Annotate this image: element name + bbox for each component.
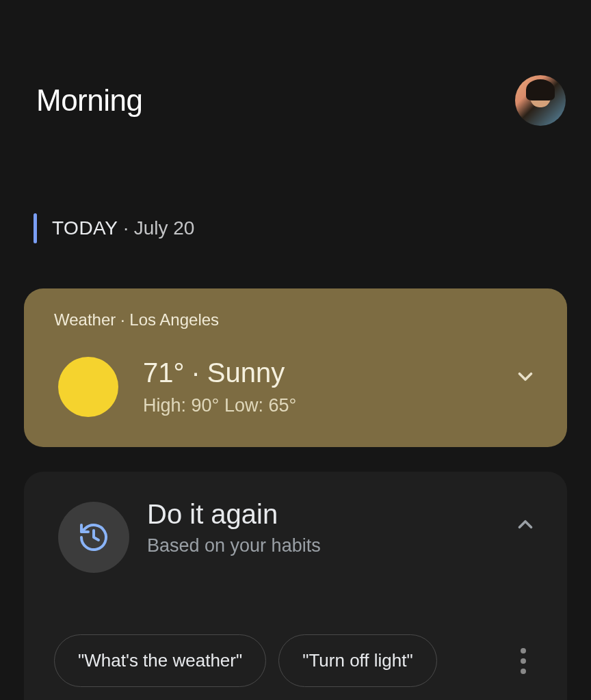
date-value: July 20 — [134, 217, 195, 239]
weather-sub: High: 90° Low: 65° — [143, 395, 296, 416]
habits-card: Do it again Based on your habits "What's… — [24, 472, 567, 700]
suggestion-chip-light[interactable]: "Turn off light" — [278, 634, 437, 687]
weather-separator: · — [185, 358, 207, 388]
date-section: TODAY · July 20 — [24, 213, 567, 243]
chevron-down-icon[interactable] — [514, 365, 537, 391]
weather-card-header: Weather · Los Angeles — [54, 310, 537, 329]
more-icon[interactable] — [515, 643, 531, 679]
habits-title: Do it again — [147, 499, 321, 530]
weather-high: 90° — [192, 395, 220, 416]
weather-card[interactable]: Weather · Los Angeles 71° · Sunny High: … — [24, 288, 567, 447]
date-marker — [34, 213, 37, 243]
weather-temp: 71° — [143, 358, 185, 388]
avatar[interactable] — [515, 75, 566, 126]
weather-location: Los Angeles — [129, 310, 219, 329]
greeting-title: Morning — [36, 83, 142, 118]
weather-label: Weather — [54, 310, 116, 329]
sun-icon — [58, 357, 118, 417]
history-icon — [58, 502, 129, 573]
weather-low-label: Low: — [219, 395, 268, 416]
chevron-up-icon[interactable] — [514, 513, 537, 539]
date-label: TODAY — [52, 217, 118, 239]
weather-low: 65° — [268, 395, 296, 416]
weather-high-label: High: — [143, 395, 192, 416]
weather-header-separator: · — [116, 310, 129, 329]
weather-condition: Sunny — [207, 358, 285, 388]
weather-main: 71° · Sunny — [143, 358, 296, 388]
habits-subtitle: Based on your habits — [147, 535, 321, 556]
suggestion-chip-weather[interactable]: "What's the weather" — [54, 634, 266, 687]
date-separator: · — [118, 217, 133, 239]
